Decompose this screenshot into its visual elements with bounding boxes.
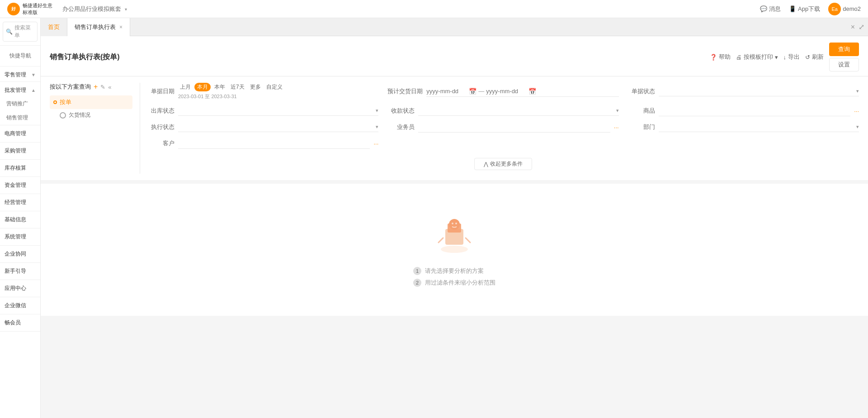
department-label: 部门 (628, 123, 655, 131)
sidebar-item-operations[interactable]: 经营管理 (0, 194, 40, 211)
stock-status-select[interactable]: ▾ (178, 106, 378, 116)
expected-date-from-icon[interactable]: 📅 (469, 88, 476, 95)
filter-item-order-status: 单据状态 ▾ (628, 86, 859, 96)
message-button[interactable]: 💬 消息 (760, 5, 781, 13)
salesperson-label: 业务员 (387, 123, 415, 131)
sidebar-item-finance[interactable]: 资金管理 (0, 177, 40, 194)
sidebar-item-enterprise[interactable]: 企业协同 (0, 246, 40, 263)
hint-num-1: 1 (413, 267, 421, 275)
date-tab-this-year[interactable]: 本年 (212, 83, 227, 91)
sidebar-item-tutorial[interactable]: 新手引导 (0, 263, 40, 280)
search-icon: 🔍 (6, 28, 13, 35)
sidebar-item-member[interactable]: 畅会员 (0, 314, 40, 332)
customer-label: 客户 (147, 139, 175, 147)
close-tab-button[interactable]: × (851, 23, 855, 31)
date-tab-custom[interactable]: 自定义 (264, 83, 284, 91)
quick-nav-item[interactable]: 快捷导航 (0, 46, 40, 66)
edit-scheme-icon[interactable]: ✎ (100, 84, 105, 90)
print-dropdown-icon: ▾ (775, 54, 778, 61)
empty-hint-row-1: 1 请先选择要分析的方案 (413, 265, 495, 277)
tab-home[interactable]: 首页 (41, 18, 67, 36)
date-tab-last-month[interactable]: 上月 (178, 83, 193, 91)
expected-date-to-input[interactable] (486, 86, 527, 96)
sidebar-item-system[interactable]: 系统管理 (0, 228, 40, 246)
expected-date-range: 📅 — 📅 (426, 86, 618, 97)
sidebar-item-ecommerce[interactable]: 电商管理 (0, 125, 40, 142)
exec-status-label: 执行状态 (147, 123, 175, 131)
add-scheme-button[interactable]: + (94, 83, 98, 91)
app-download-button[interactable]: 📱 App下载 (789, 5, 820, 13)
date-tab-more[interactable]: 更多 (248, 83, 263, 91)
help-button[interactable]: ❓ 帮助 (710, 53, 731, 61)
search-menu-button[interactable]: 🔍 搜索菜单 (3, 22, 38, 42)
collapse-scheme-icon[interactable]: « (108, 84, 111, 90)
expand-tab-button[interactable]: ⤢ (859, 23, 864, 31)
exec-status-select[interactable]: ▾ (178, 122, 378, 132)
scheme-item-shortage[interactable]: 欠货情况 (50, 109, 132, 121)
quick-nav-label[interactable]: 快捷导航 (0, 48, 40, 63)
content-area: 首页 销售订单执行表 × × ⤢ 销售订单执行表(按单) ❓ 帮助 (41, 18, 868, 418)
filter-left: 按以下方案查询 + ✎ « 按单 欠货情况 (50, 83, 140, 174)
tab-sales-order[interactable]: 销售订单执行表 × (67, 18, 130, 36)
payment-status-select[interactable]: ▾ (418, 106, 618, 116)
salesperson-input[interactable] (418, 122, 610, 133)
department-dropdown-icon: ▾ (856, 124, 859, 130)
help-icon: ❓ (710, 54, 717, 61)
svg-point-5 (455, 223, 457, 224)
customer-more-icon[interactable]: ··· (373, 140, 378, 147)
filter-item-department: 部门 ▾ (628, 122, 859, 132)
logo-area: 好 畅捷通好生意 标准版 (7, 2, 52, 15)
goods-input[interactable] (659, 105, 851, 116)
collapse-icon: ⋀ (484, 161, 488, 167)
date-separator: — (478, 88, 484, 95)
sidebar: 🔍 搜索菜单 快捷导航 零售管理 ▼ 批发管理 ▲ 营销推广 销售管理 电商管理… (0, 18, 41, 418)
order-status-label: 单据状态 (628, 87, 655, 95)
department-select[interactable]: ▾ (659, 122, 859, 132)
sidebar-item-wechat[interactable]: 企业微信 (0, 297, 40, 314)
filter-panel: 按以下方案查询 + ✎ « 按单 欠货情况 (41, 76, 868, 180)
filter-left-title: 按以下方案查询 + ✎ « (50, 83, 132, 91)
svg-line-7 (466, 238, 470, 242)
query-button[interactable]: 查询 (829, 43, 859, 56)
sidebar-section-retail: 零售管理 ▼ (0, 66, 40, 82)
app-title-dropdown-icon[interactable]: ▾ (125, 7, 127, 12)
sidebar-item-app-center[interactable]: 应用中心 (0, 280, 40, 297)
user-menu[interactable]: Ea demo2 (828, 3, 861, 15)
expected-date-from-input[interactable] (426, 86, 467, 96)
customer-input[interactable] (178, 138, 370, 149)
refresh-button[interactable]: ↺ 刷新 (805, 53, 824, 61)
sidebar-section-wholesale-header[interactable]: 批发管理 ▲ (0, 82, 40, 97)
settings-button[interactable]: 设置 (829, 58, 859, 71)
goods-more-icon[interactable]: ··· (854, 108, 859, 114)
sidebar-item-inventory[interactable]: 库存核算 (0, 160, 40, 177)
page-title: 销售订单执行表(按单) (50, 52, 120, 62)
date-tab-7days[interactable]: 近7天 (229, 83, 246, 91)
page-header: 销售订单执行表(按单) ❓ 帮助 🖨 按模板打印 ▾ ↓ 导出 (41, 36, 868, 76)
salesperson-more-icon[interactable]: ··· (614, 124, 619, 131)
collapse-button[interactable]: ⋀ 收起更多条件 (474, 158, 532, 170)
expected-date-to-icon[interactable]: 📅 (528, 88, 536, 95)
top-bar-left: 好 畅捷通好生意 标准版 办公用品行业模拟账套 ▾ (7, 2, 127, 15)
app-title: 办公用品行业模拟账套 ▾ (62, 5, 127, 13)
page-content: 销售订单执行表(按单) ❓ 帮助 🖨 按模板打印 ▾ ↓ 导出 (41, 36, 868, 418)
filter-item-customer: 客户 ··· (147, 138, 378, 149)
print-button[interactable]: 🖨 按模板打印 ▾ (736, 53, 778, 61)
tab-close-icon[interactable]: × (119, 24, 123, 30)
sidebar-section-retail-header[interactable]: 零售管理 ▼ (0, 66, 40, 81)
expected-date-label: 预计交货日期 (387, 87, 423, 95)
message-icon: 💬 (760, 5, 767, 12)
sidebar-item-marketing[interactable]: 营销推广 (0, 97, 40, 111)
filter-item-expected-date: 预计交货日期 📅 — 📅 (387, 86, 618, 97)
filter-panel-inner: 按以下方案查询 + ✎ « 按单 欠货情况 (50, 83, 859, 174)
retail-arrow-icon: ▼ (31, 72, 36, 77)
svg-point-0 (441, 246, 468, 253)
date-tab-this-month[interactable]: 本月 (194, 83, 211, 91)
sidebar-item-purchase[interactable]: 采购管理 (0, 142, 40, 160)
sidebar-item-sales[interactable]: 销售管理 (0, 111, 40, 125)
scheme-item-main[interactable]: 按单 (50, 95, 132, 109)
filter-row-2: 出库状态 ▾ 收款状态 ▾ (147, 105, 859, 116)
filter-right: 单据日期 上月 本月 本年 近7天 更多 自定义 (147, 83, 859, 174)
order-status-select[interactable]: ▾ (659, 86, 859, 96)
export-button[interactable]: ↓ 导出 (783, 53, 800, 61)
sidebar-item-basic-info[interactable]: 基础信息 (0, 211, 40, 228)
